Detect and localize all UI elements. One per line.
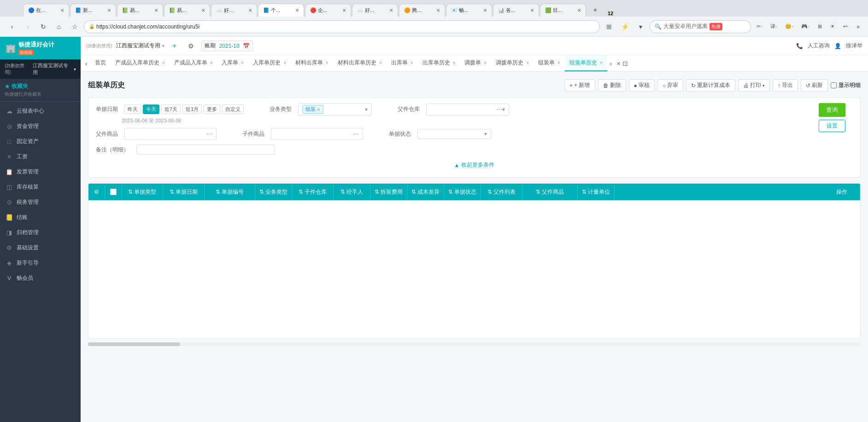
last7days-btn[interactable]: 近7天 (161, 104, 181, 114)
add-company-button[interactable]: + (168, 40, 181, 52)
th-check[interactable] (105, 185, 122, 199)
extensions-button[interactable]: ⊞ (603, 20, 616, 33)
sidebar-item-archive[interactable]: ◨ 归档管理 (0, 225, 81, 240)
sidebar-item-invoice[interactable]: 📋 发票管理 (0, 164, 81, 179)
tab-close-icon[interactable]: × (283, 60, 286, 65)
th-parent-list[interactable]: ⇅ 父件列表 (481, 185, 522, 200)
tab-close-icon[interactable]: × (241, 60, 244, 65)
tag-remove-icon[interactable]: × (317, 107, 320, 112)
tabs-close-all[interactable]: × (616, 60, 620, 67)
nav-tab-inbound-history[interactable]: 入库单历史 × (248, 55, 291, 71)
browser-tab-active[interactable]: 📘 个... ✕ (258, 4, 304, 17)
browser-tab[interactable]: 📘 新... ✕ (70, 4, 116, 17)
settings-filter-button[interactable]: 设置 (819, 120, 845, 132)
sidebar-item-cloud-report[interactable]: ☁ 云报表中心 (0, 104, 81, 119)
bookmark-button[interactable]: ☆ (68, 20, 81, 33)
nav-tab-inbound[interactable]: 入库单 × (217, 55, 248, 71)
emoji-button[interactable]: 😊· (782, 23, 796, 30)
refresh-button[interactable]: ↻ (37, 20, 50, 33)
browser-tab[interactable]: 📊 各... ✕ (493, 4, 539, 17)
translate-button[interactable]: 译· (768, 22, 780, 31)
tab-close-icon[interactable]: × (557, 60, 560, 65)
nav-tab-assembly-history-finished[interactable]: 产成品入库单历史 × (111, 55, 170, 71)
dropdown-button[interactable]: ▾ (634, 20, 647, 33)
recalc-button[interactable]: ↻ 重新计算成本 (686, 79, 735, 92)
new-tab-button[interactable]: + (589, 4, 602, 17)
dropdown-arrow-status[interactable]: ▾ (484, 131, 487, 137)
th-child-warehouse[interactable]: ⇅ 子件仓库 (292, 185, 334, 200)
export-button[interactable]: ↑ 导出 (773, 79, 798, 92)
th-bill-num[interactable]: ⇅ 单据编号 (205, 185, 255, 200)
nav-tab-material-outbound[interactable]: 材料出库单 × (291, 55, 333, 71)
today-btn[interactable]: 今天 (143, 104, 159, 114)
dots-icon3[interactable]: ··· (353, 130, 359, 138)
sidebar-item-fund-mgmt[interactable]: ◎ 资金管理 (0, 119, 81, 134)
search-button[interactable]: 查询 (819, 103, 845, 117)
company-selector-btn[interactable]: (勿删勿禁用) 江西服宝测试专用 ▾ (86, 42, 164, 50)
biz-type-dropdown-arrow[interactable]: ▾ (365, 106, 368, 113)
home-button[interactable]: ⌂ (53, 20, 65, 33)
tab-close-icon[interactable]: × (379, 60, 382, 65)
last1month-btn[interactable]: 近1月 (182, 104, 202, 114)
theme-button[interactable]: ☀ (827, 23, 838, 30)
browser-tab[interactable]: 🟩 目... ✕ (540, 4, 586, 17)
dots-icon[interactable]: ··· (496, 105, 502, 114)
tabs-scroll-left[interactable]: ‹ (82, 58, 90, 69)
undo-button[interactable]: ↩· (840, 23, 851, 30)
browser-tab[interactable]: ☁️ 好... ✕ (211, 4, 257, 17)
select-all-checkbox[interactable] (110, 189, 117, 195)
nav-tab-assembly-history[interactable]: 组装单历史 × (565, 55, 607, 71)
favorites-sub[interactable]: 快捷键打开收藏夹 (5, 91, 76, 98)
th-unit[interactable]: ⇅ 计量单位 (578, 185, 615, 200)
tab-close-icon[interactable]: × (526, 60, 529, 65)
browser-search[interactable]: 🔍 大量安卓用户逃离 热搜 (650, 20, 751, 33)
tab-close-icon[interactable]: × (453, 60, 456, 65)
tabs-scroll-right[interactable]: › (607, 58, 615, 69)
delete-button[interactable]: 🗑 删除 (598, 79, 626, 92)
tab-close-icon[interactable]: × (162, 60, 165, 65)
th-bill-status[interactable]: ⇅ 单据状态 (444, 185, 481, 200)
more-btn[interactable]: 更多 (204, 104, 220, 114)
nav-tab-outbound[interactable]: 出库单 × (387, 55, 418, 71)
flash-button[interactable]: ⚡ (618, 20, 631, 33)
nav-tab-home[interactable]: 首页 (90, 55, 111, 71)
nav-tab-transfer-history[interactable]: 调拨单历史 × (491, 55, 534, 71)
show-detail-input[interactable] (831, 82, 837, 88)
nav-tab-assembly[interactable]: 组装单 × (534, 55, 565, 71)
user-service-link[interactable]: 人工咨询 (808, 42, 830, 50)
forward-button[interactable]: › (21, 20, 34, 33)
nav-tab-assembly-finished[interactable]: 产成品入库单 × (170, 55, 217, 71)
nav-tab-outbound-history[interactable]: 出库单历史 × (418, 55, 460, 71)
dropdown-arrow-icon[interactable]: ▾ (502, 106, 505, 113)
tab-close-icon[interactable]: × (600, 60, 603, 65)
company-selector[interactable]: (勿删勿禁用) 江西服宝测试专用 ▾ (0, 59, 81, 79)
sidebar-item-fixed-assets[interactable]: □ 固定资产 (0, 134, 81, 149)
th-cost-diff[interactable]: ⇅ 成本差异 (407, 185, 444, 200)
grid-button[interactable]: ⊞ (815, 23, 825, 30)
browser-tab[interactable]: 🔴 企... ✕ (305, 4, 351, 17)
tab-count-badge[interactable]: 12 (605, 10, 616, 17)
sidebar-item-new-guide[interactable]: ◈ 新手引导 (0, 255, 81, 271)
th-settings[interactable]: ⚙ (88, 185, 105, 199)
sidebar-item-tax[interactable]: ⊙ 税务管理 (0, 195, 81, 210)
cut-button[interactable]: ✂· (754, 23, 765, 30)
tabs-more[interactable]: ⊡ (622, 60, 628, 67)
th-biz-type[interactable]: ⇅ 业务类型 (255, 185, 292, 200)
add-button[interactable]: + + 新增 (564, 79, 595, 92)
yesterday-btn[interactable]: 昨天 (124, 104, 141, 114)
abandon-button[interactable]: ○ 弃审 (657, 79, 683, 92)
th-dismantle-cost[interactable]: ⇅ 拆装费用 (370, 185, 407, 200)
settings-gear-button[interactable]: ⚙ (185, 40, 198, 52)
show-detail-checkbox[interactable]: 显示明细 (831, 81, 861, 89)
period-selector[interactable]: 账期 2021-10 📅 (201, 40, 253, 51)
tab-close-icon[interactable]: × (210, 60, 213, 65)
browser-tab[interactable]: 🟠 腾... ✕ (399, 4, 445, 17)
sidebar-item-settlement[interactable]: 📒 结账 (0, 210, 81, 225)
remark-input[interactable] (136, 145, 275, 155)
review-button[interactable]: ● 审核 (629, 79, 655, 92)
dots-icon2[interactable]: ··· (206, 130, 212, 138)
browser-tab[interactable]: 🔵 在... ✕ (23, 4, 69, 17)
tab-close-icon[interactable]: × (411, 60, 413, 65)
game-button[interactable]: 🎮· (798, 23, 812, 30)
menu-button[interactable]: ≡ (854, 23, 862, 30)
